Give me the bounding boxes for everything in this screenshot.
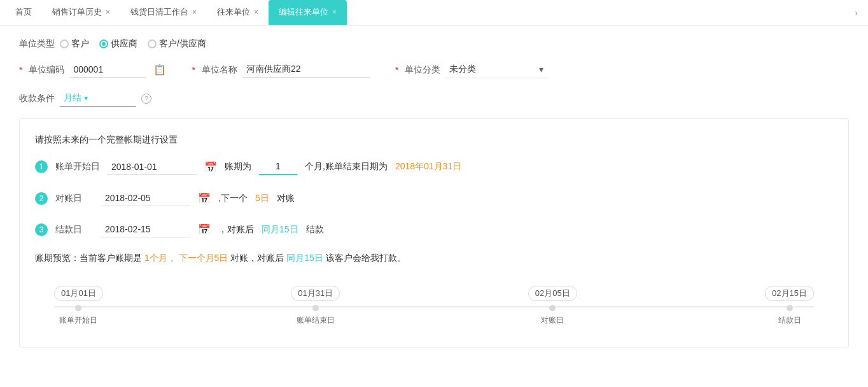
timeline-dot-4 [787, 305, 793, 311]
preview-section: 账期预览：当前客户账期是 1个月， 下一个月5日 对账，对账后 同月15日 该客… [35, 253, 833, 332]
tab-more-arrow[interactable]: › [850, 0, 863, 25]
category-group: * 单位分类 未分类 ▾ [395, 61, 547, 78]
required-code: * [19, 65, 22, 75]
preview-part2: 下一个月5日 [179, 253, 228, 263]
period-row-1: 1 账单开始日 📅 账期为 个月,账单结束日期为 2018年01月31日 [35, 158, 833, 175]
panel-title: 请按照未来的一个完整帐期进行设置 [35, 134, 833, 146]
radio-both-label: 客户/供应商 [159, 38, 206, 50]
required-name: * [192, 65, 195, 75]
category-value: 未分类 [449, 64, 476, 75]
tab-edit-partner[interactable]: 编辑往来单位 × [269, 0, 347, 25]
radio-supplier-circle [99, 39, 108, 48]
preview-label: 账期预览：当前客户账期是 [35, 253, 142, 263]
timeline-dot-1 [75, 305, 81, 311]
period-num-2: 2 [35, 192, 48, 205]
calendar-icon-1[interactable]: 📅 [204, 161, 217, 173]
code-name-row: * 单位编码 📋 * 单位名称 * 单位分类 未分类 ▾ [19, 61, 849, 78]
payment-value: 月结 [64, 92, 81, 104]
timeline-point-1: 01月01日 账单开始日 [54, 286, 103, 326]
tab-cash-work-close[interactable]: × [192, 8, 197, 17]
payment-group: 收款条件 月结 ▾ ? [19, 90, 151, 107]
unit-type-row: 单位类型 客户 供应商 客户/供应商 [19, 38, 849, 50]
timeline-dot-2 [312, 305, 319, 311]
radio-both[interactable]: 客户/供应商 [148, 38, 206, 50]
tab-cash-work[interactable]: 钱货日清工作台 × [120, 0, 207, 25]
timeline-badge-4: 02月15日 [765, 286, 814, 301]
tab-cash-work-label: 钱货日清工作台 [130, 6, 188, 18]
preview-part1: 1个月， [144, 253, 176, 263]
timeline-sublabel-4: 结款日 [778, 315, 801, 326]
category-arrow-icon: ▾ [539, 64, 543, 74]
timeline-badge-1: 01月01日 [54, 286, 103, 301]
code-label: 单位编码 [29, 64, 64, 76]
tab-sales-history-close[interactable]: × [106, 8, 110, 17]
period-suffix-before-1: 账期为 [225, 161, 251, 172]
timeline-badge-3: 02月05日 [528, 286, 577, 301]
timeline-point-2: 01月31日 账单结束日 [291, 286, 340, 326]
radio-customer-label: 客户 [71, 38, 89, 50]
tab-partner[interactable]: 往来单位 × [207, 0, 269, 25]
timeline-sublabel-3: 对账日 [541, 315, 564, 326]
period-date-2[interactable] [101, 190, 190, 206]
period-months-input[interactable] [259, 158, 297, 175]
code-input[interactable] [69, 62, 146, 78]
radio-both-circle [148, 39, 157, 48]
timeline-badge-2: 01月31日 [291, 286, 340, 301]
preview-end: 该客户会给我打款。 [326, 253, 406, 263]
timeline-sublabel-1: 账单开始日 [59, 315, 97, 326]
name-group: * 单位名称 [192, 62, 369, 78]
period-num-3: 3 [35, 223, 48, 236]
timeline-point-4: 02月15日 结款日 [765, 286, 814, 326]
settings-panel: 请按照未来的一个完整帐期进行设置 1 账单开始日 📅 账期为 个月,账单结束日期… [19, 118, 849, 348]
period-label-1: 账单开始日 [55, 161, 100, 172]
tab-bar: 首页 销售订单历史 × 钱货日清工作台 × 往来单位 × 编辑往来单位 × › [0, 0, 868, 25]
period-num-1: 1 [35, 160, 48, 173]
period-date-1[interactable] [108, 159, 197, 175]
period-suffix-after-1: 个月,账单结束日期为 [305, 161, 388, 172]
timeline-line [54, 306, 814, 307]
period-highlight-2: 5日 [255, 193, 269, 204]
required-category: * [395, 65, 398, 75]
preview-text: 账期预览：当前客户账期是 1个月， 下一个月5日 对账，对账后 同月15日 该客… [35, 253, 833, 264]
tab-edit-partner-close[interactable]: × [332, 8, 337, 17]
tab-edit-partner-label: 编辑往来单位 [279, 6, 328, 18]
code-group: * 单位编码 📋 [19, 62, 166, 78]
tab-partner-close[interactable]: × [254, 8, 258, 17]
calendar-icon-3[interactable]: 📅 [198, 223, 211, 236]
calendar-icon-2[interactable]: 📅 [198, 192, 211, 204]
category-label: 单位分类 [405, 64, 440, 76]
period-suffix-3: 结款 [306, 224, 324, 236]
preview-part3: 同月15日 [286, 253, 323, 263]
period-date-3[interactable] [101, 222, 190, 237]
tab-home-label: 首页 [15, 6, 32, 18]
radio-supplier[interactable]: 供应商 [99, 38, 137, 50]
help-icon[interactable]: ? [141, 94, 151, 104]
period-row-2: 2 对账日 📅 ,下一个 5日 对账 [35, 190, 833, 206]
radio-supplier-label: 供应商 [111, 38, 137, 50]
category-select[interactable]: 未分类 ▾ [445, 61, 547, 78]
preview-mid: 对账，对账后 [230, 253, 286, 263]
radio-group: 客户 供应商 客户/供应商 [60, 38, 206, 50]
timeline-container: 01月01日 账单开始日 01月31日 账单结束日 [35, 279, 833, 332]
period-label-2: 对账日 [55, 193, 94, 204]
content-area: 单位类型 客户 供应商 客户/供应商 * 单位编码 [0, 25, 868, 387]
period-suffix-2: 对账 [277, 193, 295, 204]
unit-type-group: 单位类型 客户 供应商 客户/供应商 [19, 38, 206, 50]
timeline-dot-3 [549, 305, 556, 311]
period-label-3: 结款日 [55, 224, 94, 236]
tab-home[interactable]: 首页 [5, 0, 42, 25]
period-highlight-1: 2018年01月31日 [395, 161, 461, 172]
period-row-3: 3 结款日 📅 ，对账后 同月15日 结款 [35, 222, 833, 237]
tab-sales-history-label: 销售订单历史 [52, 6, 102, 18]
name-input[interactable] [242, 62, 370, 78]
payment-label: 收款条件 [19, 93, 55, 104]
period-highlight-3: 同月15日 [262, 224, 298, 236]
timeline-sublabel-2: 账单结束日 [297, 315, 335, 326]
calendar-code-icon[interactable]: 📋 [153, 64, 166, 76]
payment-select[interactable]: 月结 ▾ [60, 90, 136, 107]
payment-arrow-icon: ▾ [84, 94, 88, 102]
period-prefix-3: ，对账后 [218, 224, 254, 236]
timeline-point-3: 02月05日 对账日 [528, 286, 577, 326]
tab-sales-history[interactable]: 销售订单历史 × [42, 0, 120, 25]
radio-customer[interactable]: 客户 [60, 38, 89, 50]
